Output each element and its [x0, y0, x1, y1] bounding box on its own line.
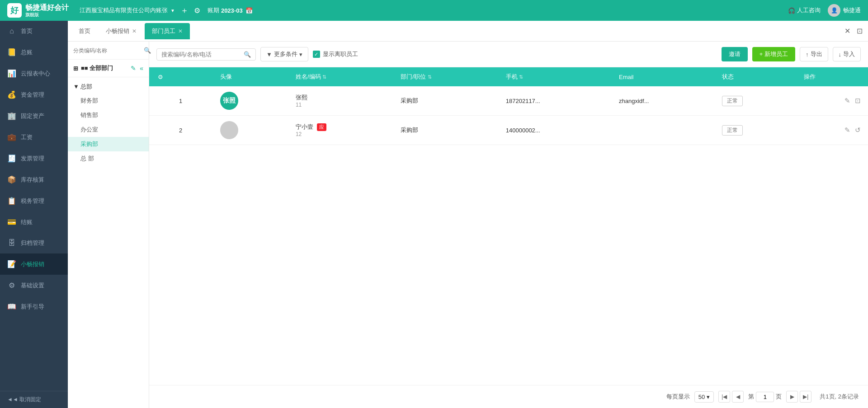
sort-name-icon: ⇅	[322, 74, 326, 80]
sidebar-label-guide: 新手引导	[21, 303, 44, 311]
dept-group-hq[interactable]: ▼ 总部	[68, 80, 149, 94]
sidebar-label-tax: 税务管理	[21, 197, 44, 205]
next-page-button[interactable]: ▶	[786, 391, 798, 403]
edit-button[interactable]: ✎	[844, 126, 850, 134]
total-info: 共1页, 2条记录	[820, 393, 859, 401]
table-row: 1 张照 张熙 11 采购部	[149, 86, 868, 116]
tab-dept-close[interactable]: ✕	[178, 28, 183, 34]
sidebar-label-reports: 云报表中心	[21, 70, 50, 78]
dept-item-office[interactable]: 办公室	[68, 122, 149, 137]
refresh-button[interactable]: ↺	[855, 126, 861, 134]
checkbox-icon: ✓	[313, 51, 320, 58]
tab-dept-employee[interactable]: 部门员工 ✕	[145, 23, 190, 39]
sidebar-item-fund[interactable]: 💰 资金管理	[0, 84, 68, 105]
close-tab-button[interactable]: ✕	[843, 25, 852, 37]
row2-avatar	[213, 116, 288, 145]
pagination: 每页显示 50 ▾ |◀ ◀ 第 页 ▶	[149, 385, 868, 408]
sidebar-item-fixed-assets[interactable]: 🏢 固定资产	[0, 105, 68, 127]
sidebar-item-archive[interactable]: 🗄 归档管理	[0, 233, 68, 253]
export-button[interactable]: ↑ 导出	[800, 47, 828, 61]
tab-expense-close[interactable]: ✕	[132, 28, 137, 34]
more-conditions-label: 更多条件	[274, 50, 297, 58]
avatar: 张照	[220, 92, 238, 110]
support-button[interactable]: 🎧 人工咨询	[788, 6, 821, 14]
import-button[interactable]: ↓ 导入	[833, 47, 861, 61]
th-status: 状态	[715, 67, 797, 86]
fullscreen-button[interactable]: ⊡	[855, 25, 864, 37]
sidebar-item-inventory[interactable]: 📦 库存核算	[0, 169, 68, 190]
first-page-button[interactable]: |◀	[718, 391, 730, 403]
dept-item-finance[interactable]: 财务部	[68, 94, 149, 108]
th-settings[interactable]: ⚙	[149, 67, 172, 86]
period-value: 2023-03	[221, 7, 243, 14]
tab-home[interactable]: 首页	[71, 23, 98, 39]
dept-item-sales[interactable]: 销售部	[68, 108, 149, 122]
sidebar-label-general-ledger: 总账	[21, 48, 33, 56]
dept-item-general-hq[interactable]: 总 部	[68, 151, 149, 166]
per-page-select[interactable]: 50 ▾	[694, 391, 714, 403]
sidebar-label-archive: 归档管理	[21, 239, 44, 247]
edit-button[interactable]: ✎	[844, 97, 850, 105]
logo-text: 畅捷通好会计	[25, 3, 69, 13]
sidebar-item-reports[interactable]: 📊 云报表中心	[0, 63, 68, 84]
logo-area: 好 畅捷通好会计 旗舰版	[7, 3, 71, 18]
collapse-button[interactable]: «	[140, 65, 143, 72]
dept-item-procurement[interactable]: 采购部	[68, 137, 149, 151]
all-dept-label[interactable]: ⊞ ■■ 全部部门	[73, 64, 113, 72]
home-icon: ⌂	[7, 27, 16, 35]
sidebar-label-settings: 基础设置	[21, 281, 44, 290]
th-dept-position[interactable]: 部门/职位 ⇅	[393, 67, 498, 86]
sidebar-label-expense: 小畅报销	[21, 260, 44, 268]
sidebar-item-settlement[interactable]: 💳 结账	[0, 211, 68, 233]
sidebar-item-guide[interactable]: 📖 新手引导	[0, 296, 68, 317]
tab-expense[interactable]: 小畅报销 ✕	[99, 23, 144, 39]
row1-settings	[149, 86, 172, 116]
row1-name-code: 张熙 11	[288, 86, 393, 116]
row2-settings	[149, 116, 172, 145]
prev-page-button[interactable]: ◀	[732, 391, 744, 403]
show-resigned-toggle[interactable]: ✓ 显示离职员工	[313, 50, 358, 58]
page-content: 🔍 ⊞ ■■ 全部部门 ✎ « ▼ 总部 财务部 销售部 办公	[68, 42, 868, 408]
filter-icon: ▼	[266, 51, 272, 58]
settings-icon-sidebar: ⚙	[7, 281, 16, 290]
last-page-button[interactable]: ▶|	[800, 391, 811, 403]
add-dept-button[interactable]: ✎	[131, 65, 136, 72]
company-selector[interactable]: 江西服宝精品有限责任公司内账张 ▼	[80, 6, 175, 14]
settings-icon[interactable]: ⚙	[194, 6, 200, 15]
dept-search-input[interactable]	[73, 47, 141, 54]
sidebar-item-settings[interactable]: ⚙ 基础设置	[0, 275, 68, 296]
leave-button[interactable]: ⊡	[855, 97, 861, 105]
name-code-cell: 张熙 11	[296, 94, 386, 108]
logo-sub: 旗舰版	[25, 12, 69, 18]
page-number-input[interactable]	[756, 392, 774, 402]
search-icon[interactable]: 🔍	[244, 51, 251, 58]
sidebar-item-general-ledger[interactable]: 📒 总账	[0, 42, 68, 63]
row2-index: 2	[172, 116, 213, 145]
add-employee-button[interactable]: + 新增员工	[752, 47, 795, 61]
sidebar-item-tax[interactable]: 📋 税务管理	[0, 190, 68, 211]
sidebar-item-expense[interactable]: 📝 小畅报销	[0, 253, 68, 275]
dept-tree: 🔍 ⊞ ■■ 全部部门 ✎ « ▼ 总部 财务部 销售部 办公	[68, 42, 149, 408]
row2-name-code: 宁小壹 应 12	[288, 116, 393, 145]
th-phone[interactable]: 手机 ⇅	[499, 67, 612, 86]
sidebar-item-salary[interactable]: 💼 工资	[0, 127, 68, 148]
employee-name: 张熙	[296, 94, 386, 102]
action-icons: ✎ ⊡	[804, 97, 861, 105]
add-employee-label: + 新增员工	[760, 50, 788, 58]
calendar-icon[interactable]: 📅	[245, 7, 253, 14]
per-page-value: 50	[698, 394, 705, 400]
th-name-code[interactable]: 姓名/编码 ⇅	[288, 67, 393, 86]
logo-text-area: 畅捷通好会计 旗舰版	[25, 3, 69, 18]
invite-button[interactable]: 邀请	[722, 47, 748, 61]
sidebar-item-invoice[interactable]: 🧾 发票管理	[0, 148, 68, 169]
sidebar-item-home[interactable]: ⌂ 首页	[0, 21, 68, 42]
employee-code: 11	[296, 102, 386, 108]
tab-expense-label: 小畅报销	[106, 27, 129, 35]
more-conditions-button[interactable]: ▼ 更多条件 ▾	[260, 47, 308, 61]
user-info[interactable]: 👤 畅捷通	[828, 4, 861, 17]
cancel-fixed-button[interactable]: ◄◄ 取消固定	[0, 391, 68, 408]
add-company-button[interactable]: ＋	[180, 5, 189, 16]
employee-search-input[interactable]	[161, 51, 241, 58]
sidebar-label-fund: 资金管理	[21, 91, 44, 99]
tab-bar-actions: ✕ ⊡	[843, 25, 864, 37]
